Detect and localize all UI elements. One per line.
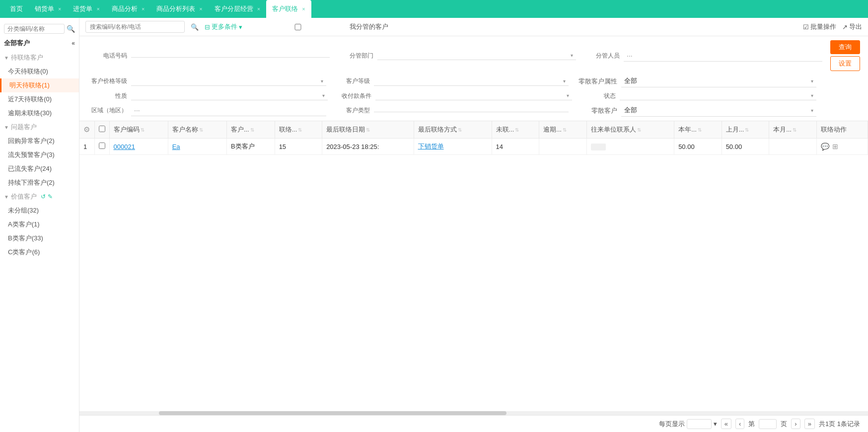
sidebar-item-repurchase[interactable]: 回购异常客户(2) xyxy=(0,134,79,148)
first-page-button[interactable]: « xyxy=(721,419,731,429)
page-size-container: 每页显示 50 ▾ xyxy=(659,419,717,429)
sidebar-item-today[interactable]: 今天待联络(0) xyxy=(0,65,79,78)
last-page-button[interactable]: » xyxy=(804,419,815,429)
retail-customer-value: 全部 xyxy=(624,106,637,115)
sidebar-search-input[interactable] xyxy=(4,24,65,34)
cell-customer-name[interactable]: Ea xyxy=(168,139,226,155)
nav-customer-contact[interactable]: 客户联络 × xyxy=(266,0,311,18)
nav-home[interactable]: 首页 xyxy=(4,0,29,18)
value-refresh-icon[interactable]: ↺ xyxy=(41,193,46,200)
nav-goods-analysis-close[interactable]: × xyxy=(142,6,145,12)
cell-last-contact-method[interactable]: 下销货单 xyxy=(414,139,492,155)
class-b-label: B类客户(33) xyxy=(8,234,43,242)
setting-button[interactable]: 设置 xyxy=(830,56,860,71)
group-value-label: 价值客户 xyxy=(11,192,37,201)
field-price-level-select[interactable]: ▾ xyxy=(131,77,326,86)
field-retail-customer-select[interactable]: 全部 ▾ xyxy=(621,104,816,117)
nav-sales-close[interactable]: × xyxy=(58,6,61,12)
filter-icon: ⊟ xyxy=(205,23,210,31)
sidebar-item-tomorrow[interactable]: 明天待联络(1) xyxy=(0,78,79,92)
nav-sales-order[interactable]: 销货单 × xyxy=(29,0,67,18)
batch-ops-button[interactable]: ☑ 批量操作 xyxy=(803,22,836,31)
content-area: 🔍 ⊟ 更多条件 ▾ 我分管的客户 ☑ 批量操作 ↗ 导出 xyxy=(79,18,868,432)
sidebar-item-class-b[interactable]: B类客户(33) xyxy=(0,231,79,245)
cell-overdue xyxy=(539,139,587,155)
nav-purchase-order[interactable]: 进货单 × xyxy=(67,0,105,18)
cell-seq: 1 xyxy=(79,139,94,155)
table-horizontal-scrollbar[interactable] xyxy=(79,411,868,415)
value-edit-icon[interactable]: ✎ xyxy=(48,193,53,200)
top-navigation: 首页 销货单 × 进货单 × 商品分析 × 商品分析列表 × 客户分层经营 × … xyxy=(0,0,868,18)
prev-page-button[interactable]: ‹ xyxy=(735,419,744,429)
retail-attr-value: 全部 xyxy=(624,76,637,85)
th-customer-name: 客户名称 ⇅ xyxy=(168,121,226,139)
sidebar-all-customers[interactable]: 全部客户 « xyxy=(0,36,79,51)
more-filter-button[interactable]: ⊟ 更多条件 ▾ xyxy=(205,22,242,31)
sidebar-item-overdue[interactable]: 逾期未联络(30) xyxy=(0,106,79,120)
query-button[interactable]: 查询 xyxy=(830,40,860,54)
nav-goods-analysis-label: 商品分析 xyxy=(112,4,138,13)
field-retail-attr-select[interactable]: 全部 ▾ xyxy=(621,75,816,87)
field-customer-type-select[interactable] xyxy=(374,109,569,112)
person-dots[interactable]: ··· xyxy=(627,52,633,60)
row-grid-icon[interactable]: ⊞ xyxy=(832,143,838,150)
sidebar-item-churned[interactable]: 已流失客户(24) xyxy=(0,162,79,176)
next-page-button[interactable]: › xyxy=(791,419,800,429)
field-status-select[interactable]: ▾ xyxy=(620,91,816,100)
field-phone-input[interactable] xyxy=(131,54,330,58)
sidebar-item-churn-warning[interactable]: 流失预警客户(3) xyxy=(0,148,79,162)
select-all-checkbox[interactable] xyxy=(99,126,105,132)
export-button[interactable]: ↗ 导出 xyxy=(842,22,862,31)
region-dots[interactable]: ··· xyxy=(134,106,140,114)
sidebar-item-ungrouped[interactable]: 未分组(32) xyxy=(0,204,79,217)
batch-checkbox-icon: ☑ xyxy=(803,23,809,31)
th-checkbox[interactable] xyxy=(94,121,109,139)
nav-goods-list-close[interactable]: × xyxy=(199,6,202,12)
page-size-input[interactable]: 50 xyxy=(687,419,712,429)
search-input[interactable] xyxy=(85,21,185,33)
my-customers-checkbox[interactable] xyxy=(248,24,348,30)
customer-code-link[interactable]: 000021 xyxy=(114,143,135,150)
field-region-select[interactable]: ··· xyxy=(131,105,326,116)
sidebar-item-7days[interactable]: 近7天待联络(0) xyxy=(0,92,79,106)
row-checkbox[interactable] xyxy=(99,143,105,149)
th-gear[interactable]: ⚙ xyxy=(79,121,94,139)
my-customers-checkbox-label[interactable]: 我分管的客户 xyxy=(248,22,388,31)
sidebar-search-icon[interactable]: 🔍 xyxy=(67,25,75,33)
sidebar-item-class-a[interactable]: A类客户(1) xyxy=(0,217,79,231)
field-customer-type-label: 客户类型 xyxy=(330,106,370,115)
th-unit-contact: 往来单位联系人 ⇅ xyxy=(586,121,674,139)
field-nature-select[interactable]: ▾ xyxy=(131,91,328,100)
last-page-icon: » xyxy=(808,420,811,428)
field-dept-select[interactable]: ▾ xyxy=(377,51,576,60)
sidebar-item-class-c[interactable]: C类客户(6) xyxy=(0,245,79,259)
group-value-triangle: ▼ xyxy=(4,194,9,200)
cell-customer-code[interactable]: 000021 xyxy=(109,139,168,155)
last-contact-method-link[interactable]: 下销货单 xyxy=(418,143,444,150)
nav-purchase-close[interactable]: × xyxy=(96,6,99,12)
field-payment-select[interactable]: ▾ xyxy=(375,91,572,100)
customer-name-link[interactable]: Ea xyxy=(172,143,180,150)
nav-goods-analysis-list[interactable]: 商品分析列表 × xyxy=(150,0,208,18)
search-bar: 🔍 ⊟ 更多条件 ▾ 我分管的客户 ☑ 批量操作 ↗ 导出 xyxy=(79,18,868,36)
table-header-row: ⚙ 客户编码 ⇅ 客户名称 xyxy=(79,121,868,139)
field-region-label: 区域（地区） xyxy=(87,106,127,115)
scrollbar-thumb[interactable] xyxy=(159,411,506,415)
nav-customer-segmentation[interactable]: 客户分层经营 × xyxy=(209,0,266,18)
table-gear-icon[interactable]: ⚙ xyxy=(83,125,90,134)
field-dept-label: 分管部门 xyxy=(334,52,373,60)
dept-chevron-icon: ▾ xyxy=(571,53,573,58)
field-person-select[interactable]: ··· xyxy=(624,50,822,62)
search-button-icon[interactable]: 🔍 xyxy=(191,23,199,31)
cell-not-contacted: 14 xyxy=(492,139,539,155)
row-chat-icon[interactable]: 💬 xyxy=(821,143,829,150)
sidebar-item-declining[interactable]: 持续下滑客户(2) xyxy=(0,176,79,190)
cell-checkbox[interactable] xyxy=(94,139,109,155)
nav-goods-analysis[interactable]: 商品分析 × xyxy=(106,0,150,18)
field-customer-level-select[interactable]: ▾ xyxy=(374,77,569,86)
page-size-chevron[interactable]: ▾ xyxy=(714,420,717,428)
status-chevron: ▾ xyxy=(811,93,813,98)
nav-contact-close[interactable]: × xyxy=(302,6,305,12)
nav-seg-close[interactable]: × xyxy=(257,6,260,12)
page-number-input[interactable]: 1 xyxy=(759,419,777,429)
